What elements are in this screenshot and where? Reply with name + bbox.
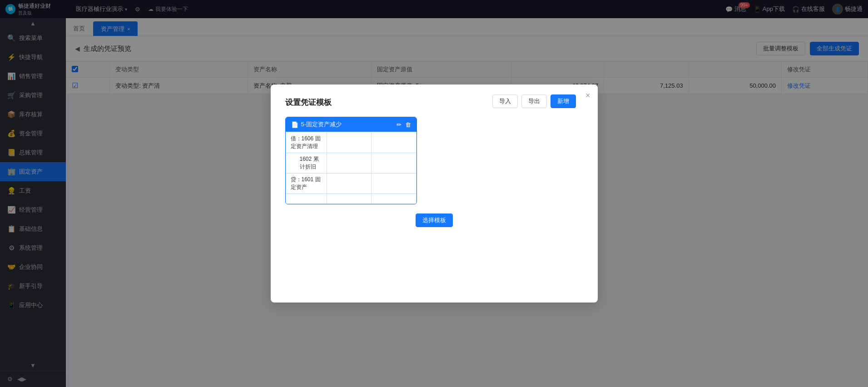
modal-overlay: × 设置凭证模板 导入 导出 新增 📄 5-固定资产减少 ✏ 🗑 bbox=[0, 0, 868, 387]
entry-type-2: 1602 累计折旧 bbox=[286, 153, 327, 174]
entry-empty-col2 bbox=[327, 194, 372, 204]
modal: × 设置凭证模板 导入 导出 新增 📄 5-固定资产减少 ✏ 🗑 bbox=[271, 84, 598, 303]
template-card-body: 借：1606 固定资产清理 1602 累计折旧 贷：1601 固定资产 bbox=[286, 132, 417, 204]
entry-debit-3 bbox=[327, 174, 372, 194]
entry-empty-col1 bbox=[286, 194, 327, 204]
template-card-header: 📄 5-固定资产减少 ✏ 🗑 bbox=[286, 117, 417, 132]
template-entry-empty bbox=[286, 194, 416, 204]
template-card: 📄 5-固定资产减少 ✏ 🗑 借：1606 固定资产清理 bbox=[285, 117, 417, 204]
entry-debit-1 bbox=[327, 132, 372, 153]
entry-type-3: 贷：1601 固定资产 bbox=[286, 174, 327, 194]
template-table: 借：1606 固定资产清理 1602 累计折旧 贷：1601 固定资产 bbox=[286, 132, 417, 204]
template-entry-row: 1602 累计折旧 bbox=[286, 153, 416, 174]
template-delete-icon[interactable]: 🗑 bbox=[405, 121, 411, 128]
import-btn[interactable]: 导入 bbox=[492, 94, 518, 108]
entry-credit-3 bbox=[372, 174, 417, 194]
modal-close-btn[interactable]: × bbox=[585, 91, 590, 100]
new-template-btn[interactable]: 新增 bbox=[551, 94, 576, 108]
entry-debit-2 bbox=[327, 153, 372, 174]
modal-actions: 导入 导出 新增 bbox=[492, 94, 576, 108]
template-entry-row: 贷：1601 固定资产 bbox=[286, 174, 416, 194]
entry-empty-col3 bbox=[372, 194, 417, 204]
template-doc-icon: 📄 bbox=[291, 121, 298, 128]
export-btn[interactable]: 导出 bbox=[521, 94, 547, 108]
select-template-btn[interactable]: 选择模板 bbox=[416, 213, 453, 227]
template-name: 5-固定资产减少 bbox=[301, 120, 342, 129]
entry-credit-2 bbox=[372, 153, 417, 174]
template-card-header-actions: ✏ 🗑 bbox=[397, 121, 411, 128]
template-edit-icon[interactable]: ✏ bbox=[397, 121, 402, 128]
template-card-header-left: 📄 5-固定资产减少 bbox=[291, 120, 342, 129]
entry-credit-1 bbox=[372, 132, 417, 153]
template-entry-row: 借：1606 固定资产清理 bbox=[286, 132, 416, 153]
entry-type-1: 借：1606 固定资产清理 bbox=[286, 132, 327, 153]
